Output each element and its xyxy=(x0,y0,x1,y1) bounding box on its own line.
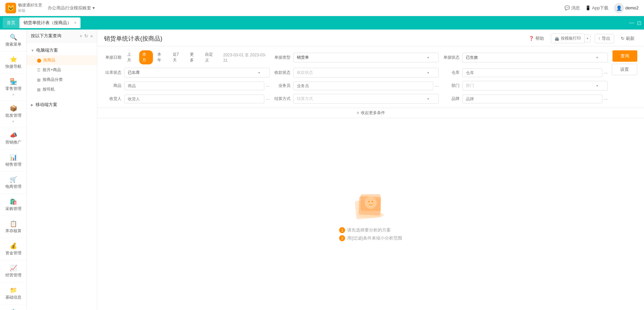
tree-item-by-month-icon: ☰ xyxy=(37,68,41,72)
window-maximize-button[interactable]: ⊡ xyxy=(637,20,641,26)
salesperson-input[interactable] xyxy=(293,82,433,90)
app-download-button[interactable]: 📱 App下载 xyxy=(585,5,608,11)
date-shortcut-custom[interactable]: 自定义 xyxy=(202,50,220,64)
dept-dropdown[interactable]: 部门 ▾ xyxy=(462,81,608,91)
receipt-status-dropdown[interactable]: 收款状态 ▾ xyxy=(293,68,439,78)
date-shortcut-7days[interactable]: 近7天 xyxy=(170,50,186,64)
tree-item-by-product[interactable]: ⬤ 按商品 xyxy=(27,55,97,65)
retail-icon: 🏪 xyxy=(1,78,25,85)
out-status-chevron-icon: ▾ xyxy=(258,71,260,74)
date-shortcut-this-year[interactable]: 本年 xyxy=(154,50,168,64)
message-button[interactable]: 💬 消息 xyxy=(565,5,580,11)
sidebar-item-operation[interactable]: 📈 经营管理 xyxy=(0,260,26,282)
page-title: 销货单统计表(按商品) xyxy=(104,35,162,43)
filter-add-button[interactable]: + xyxy=(79,33,82,39)
sidebar-item-retail[interactable]: 🏪 零售管理 ▲ xyxy=(0,74,26,101)
print-button[interactable]: 🖨️ 按模板打印 xyxy=(551,34,585,43)
empty-state: 1 请先选择要分析的方案 2 用[过滤]条件来缩小分析范围 xyxy=(97,118,644,310)
tree-item-by-driver[interactable]: ▦ 按司机 xyxy=(27,85,97,94)
brand-ellipsis-icon[interactable]: ··· xyxy=(604,96,608,102)
payment-method-dropdown[interactable]: 结算方式 ▾ xyxy=(293,94,439,104)
industry-selector[interactable]: 办公用品行业模拟账套 ▾ xyxy=(45,4,98,12)
sidebar-item-finance-label: 资金管理 xyxy=(1,250,25,256)
salesperson-label: 业务员 xyxy=(270,83,293,89)
system-icon: ⚙️ xyxy=(1,309,25,310)
message-icon: 💬 xyxy=(565,5,570,10)
salesperson-ellipsis-icon[interactable]: ··· xyxy=(435,83,439,89)
filter-refresh-button[interactable]: ↻ xyxy=(84,33,88,39)
warehouse-control: ··· xyxy=(462,68,608,77)
sidebar-item-inventory[interactable]: 📋 库存核算 xyxy=(0,216,26,238)
tree-pc-header[interactable]: ▼ 电脑端方案 xyxy=(27,45,97,55)
tree-item-by-category[interactable]: ▦ 按商品分类 xyxy=(27,75,97,85)
out-status-control: 已出库 ▾ xyxy=(124,68,270,78)
tree-mobile-header[interactable]: ▶ 移动端方案 xyxy=(27,100,97,110)
header-left: 🐱 畅捷通好生意 标版 办公用品行业模拟账套 ▾ xyxy=(5,3,98,13)
tab-home[interactable]: 首页 xyxy=(3,17,19,28)
product-input[interactable] xyxy=(124,82,264,90)
user-name: demo2 xyxy=(625,5,639,10)
app-download-label: App下载 xyxy=(592,5,608,11)
sidebar-item-ecom[interactable]: 🛒 电商管理 xyxy=(0,172,26,194)
doc-type-chevron-icon: ▾ xyxy=(427,56,429,59)
warehouse-input[interactable] xyxy=(462,68,602,77)
collapse-bar[interactable]: ∧ 收起更多条件 xyxy=(97,108,644,118)
warehouse-label: 仓库 xyxy=(439,70,462,75)
sidebar-item-system[interactable]: ⚙️ 系统管理 xyxy=(0,305,26,310)
help-button[interactable]: ❓ 帮助 xyxy=(526,34,547,43)
industry-label: 办公用品行业模拟账套 xyxy=(48,5,91,11)
help-icon: ❓ xyxy=(529,36,534,41)
filter-row-date: 单据日期 上月 本月 本年 近7天 更多 自定义 20 xyxy=(104,50,608,64)
doc-status-chevron-icon: ▾ xyxy=(596,56,598,59)
sidebar-item-wholesale[interactable]: 📦 批发管理 ▲ xyxy=(0,101,26,127)
sidebar-item-marketing[interactable]: 📣 营销推广 xyxy=(0,127,26,150)
sidebar-item-finance[interactable]: 💰 资金管理 xyxy=(0,238,26,260)
recipient-input[interactable] xyxy=(124,95,264,103)
out-status-dropdown[interactable]: 已出库 ▾ xyxy=(124,68,270,78)
filter-collapse-button[interactable]: « xyxy=(90,33,93,39)
filter-row-1-wrapper: 单据日期 上月 本月 本年 近7天 更多 自定义 20 xyxy=(104,50,637,104)
empty-hint-2: 2 用[过滤]条件来缩小分析范围 xyxy=(339,235,402,241)
industry-arrow-icon: ▾ xyxy=(93,5,95,10)
export-button[interactable]: ↑ 导出 xyxy=(595,34,614,43)
hint1-text: 请先选择要分析的方案 xyxy=(347,227,391,233)
product-ellipsis-icon[interactable]: ··· xyxy=(266,83,270,89)
print-arrow-button[interactable]: ▾ xyxy=(585,35,591,42)
date-shortcut-this-month[interactable]: 本月 xyxy=(139,50,153,64)
out-status-label: 出库状态 xyxy=(104,70,124,75)
sidebar-item-basic[interactable]: 📁 基础信息 xyxy=(0,282,26,305)
sidebar-item-quick-nav[interactable]: ⭐ 快捷导航 xyxy=(0,52,26,74)
sidebar-item-search[interactable]: 🔍 搜索菜单 xyxy=(0,30,26,52)
sidebar-item-sales-mgmt[interactable]: 📊 销售管理 xyxy=(0,150,26,172)
doc-status-dropdown[interactable]: 已生效 ▾ xyxy=(462,53,608,62)
retail-arrow-icon: ▲ xyxy=(12,92,15,96)
doc-type-label: 单据类型 xyxy=(270,55,293,60)
query-button[interactable]: 查询 xyxy=(612,50,637,62)
tab-close-icon[interactable]: × xyxy=(74,20,76,25)
tab-sales-stat-label: 销货单统计表（按商品） xyxy=(23,20,71,26)
refresh-button[interactable]: ↻ 刷新 xyxy=(618,34,637,43)
date-shortcut-last-month[interactable]: 上月 xyxy=(124,50,138,64)
window-minimize-button[interactable]: — xyxy=(629,20,634,26)
search-icon: 🔍 xyxy=(1,34,25,41)
recipient-ellipsis-icon[interactable]: ··· xyxy=(266,96,270,102)
settings-button[interactable]: 设置 xyxy=(612,64,637,75)
tree-item-by-month-product[interactable]: ☰ 按月+商品 xyxy=(27,65,97,75)
refresh-label: 刷新 xyxy=(626,36,635,42)
print-icon: 🖨️ xyxy=(554,36,559,41)
date-shortcut-more[interactable]: 更多 xyxy=(187,50,201,64)
warehouse-ellipsis-icon[interactable]: ··· xyxy=(604,70,608,75)
empty-svg xyxy=(349,185,392,222)
main-content: 销货单统计表(按商品) ❓ 帮助 🖨️ 按模板打印 ▾ ↑ xyxy=(97,30,644,310)
tree-item-by-product-icon: ⬤ xyxy=(37,58,41,63)
doc-type-dropdown[interactable]: 销货单 ▾ xyxy=(293,53,439,62)
tab-sales-stat[interactable]: 销货单统计表（按商品） × xyxy=(19,17,80,28)
dept-control: 部门 ▾ xyxy=(462,81,608,91)
wholesale-arrow-icon: ▲ xyxy=(12,119,15,123)
receipt-status-label: 收款状态 xyxy=(270,70,293,75)
payment-method-placeholder: 结算方式 xyxy=(297,96,313,102)
user-area[interactable]: 👤 demo2 xyxy=(614,3,639,13)
sidebar-item-purchase[interactable]: 🛍️ 采购管理 xyxy=(0,194,26,216)
date-shortcuts: 上月 本月 本年 近7天 更多 自定义 xyxy=(124,50,220,64)
brand-input[interactable] xyxy=(462,95,602,103)
